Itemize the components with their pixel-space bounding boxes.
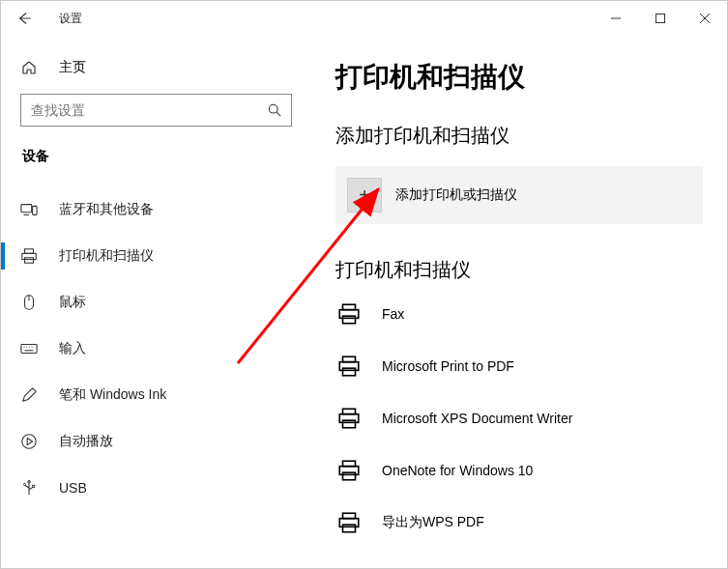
svg-rect-27 [343, 316, 356, 324]
printer-label: OneNote for Windows 10 [382, 463, 533, 478]
titlebar: 设置 [1, 1, 727, 36]
svg-point-4 [269, 104, 277, 113]
svg-rect-14 [21, 345, 37, 354]
printer-device-icon [335, 509, 363, 536]
printer-device-icon [335, 457, 363, 484]
svg-rect-31 [343, 409, 356, 413]
search-box[interactable] [20, 94, 292, 127]
minimize-button[interactable] [594, 4, 638, 33]
nav-label: 输入 [59, 340, 86, 357]
svg-rect-33 [343, 420, 356, 428]
devices-icon [20, 201, 38, 218]
back-button[interactable] [9, 3, 40, 34]
svg-rect-36 [343, 472, 356, 480]
printer-item-ms-print-pdf[interactable]: Microsoft Print to PDF [335, 353, 712, 380]
printer-device-icon [335, 353, 363, 380]
printer-item-wps-pdf[interactable]: 导出为WPS PDF [335, 509, 712, 536]
nav-label: 自动播放 [59, 433, 113, 450]
sidebar-item-usb[interactable]: USB [1, 465, 301, 511]
nav-label: USB [59, 480, 87, 496]
maximize-icon [655, 14, 665, 23]
svg-rect-39 [343, 525, 356, 532]
page-title: 打印机和扫描仪 [335, 59, 712, 96]
window-controls [594, 4, 727, 33]
nav-list: 蓝牙和其他设备 打印机和扫描仪 鼠标 输入 笔和 Windows Ink 自动播… [1, 186, 301, 511]
plus-icon: + [347, 178, 382, 213]
keyboard-icon [20, 340, 38, 357]
section-add-heading: 添加打印机和扫描仪 [335, 123, 712, 149]
printer-label: Microsoft XPS Document Writer [382, 411, 572, 426]
svg-rect-30 [343, 368, 356, 376]
mouse-icon [20, 294, 38, 311]
sidebar-item-bluetooth[interactable]: 蓝牙和其他设备 [1, 186, 301, 233]
category-label: 设备 [20, 148, 301, 165]
svg-line-5 [277, 112, 280, 116]
svg-rect-34 [343, 461, 356, 466]
maximize-button[interactable] [638, 4, 683, 33]
printer-item-fax[interactable]: Fax [335, 300, 712, 327]
nav-label: 蓝牙和其他设备 [59, 201, 154, 218]
printer-label: Microsoft Print to PDF [382, 358, 514, 374]
nav-label: 打印机和扫描仪 [59, 247, 154, 265]
autoplay-icon [20, 433, 38, 450]
sidebar-item-typing[interactable]: 输入 [1, 326, 301, 372]
svg-point-20 [22, 435, 36, 448]
add-printer-label: 添加打印机或扫描仪 [395, 186, 517, 204]
svg-point-23 [23, 483, 25, 485]
printer-device-icon [335, 300, 363, 327]
main-panel: 打印机和扫描仪 添加打印机和扫描仪 + 添加打印机或扫描仪 打印机和扫描仪 Fa… [320, 36, 727, 568]
search-icon [268, 103, 281, 117]
minimize-icon [611, 14, 621, 23]
close-icon [700, 14, 710, 23]
search-input[interactable] [31, 102, 268, 118]
home-icon [20, 60, 38, 75]
printer-label: Fax [382, 306, 404, 322]
pen-icon [20, 386, 38, 404]
printer-item-onenote[interactable]: OneNote for Windows 10 [335, 457, 712, 484]
printers-list: Fax Microsoft Print to PDF Microsoft XPS… [335, 300, 712, 536]
svg-rect-24 [33, 485, 35, 487]
nav-label: 鼠标 [59, 294, 86, 311]
nav-label: 笔和 Windows Ink [59, 386, 166, 404]
printer-label: 导出为WPS PDF [382, 514, 484, 531]
svg-rect-6 [21, 205, 32, 213]
home-link[interactable]: 主页 [20, 59, 301, 76]
sidebar-item-autoplay[interactable]: 自动播放 [1, 418, 301, 465]
sidebar-item-pen[interactable]: 笔和 Windows Ink [1, 372, 301, 418]
printer-icon [20, 247, 38, 265]
home-label: 主页 [59, 59, 86, 76]
close-button[interactable] [683, 4, 727, 33]
window-title: 设置 [59, 11, 82, 27]
printer-device-icon [335, 405, 363, 432]
add-printer-button[interactable]: + 添加打印机或扫描仪 [335, 166, 703, 224]
svg-rect-11 [25, 258, 34, 263]
printer-item-xps[interactable]: Microsoft XPS Document Writer [335, 405, 712, 432]
svg-rect-28 [343, 356, 356, 361]
svg-rect-7 [33, 206, 38, 214]
sidebar: 主页 设备 蓝牙和其他设备 打印机和扫描仪 鼠标 输入 [1, 36, 320, 568]
svg-rect-25 [343, 304, 356, 309]
svg-rect-1 [656, 14, 665, 23]
section-printers-heading: 打印机和扫描仪 [335, 257, 712, 283]
arrow-left-icon [17, 12, 31, 25]
svg-rect-9 [25, 249, 34, 254]
sidebar-item-printers[interactable]: 打印机和扫描仪 [1, 233, 301, 279]
usb-icon [20, 479, 38, 497]
svg-rect-10 [22, 253, 36, 259]
sidebar-item-mouse[interactable]: 鼠标 [1, 279, 301, 326]
